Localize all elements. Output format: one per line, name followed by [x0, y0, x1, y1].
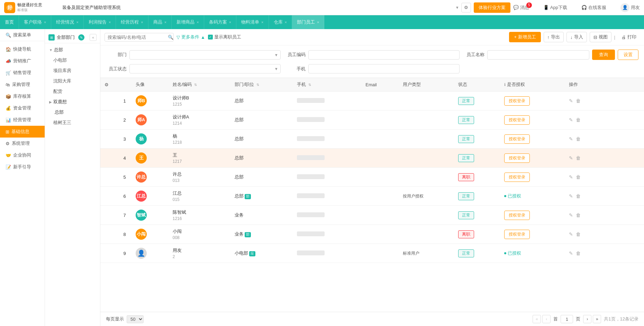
auth-login-btn[interactable]: 授权登录	[504, 153, 530, 163]
delete-btn[interactable]: 🗑	[576, 250, 581, 256]
sidebar-search-menu[interactable]: 🔍 搜索菜单	[0, 29, 45, 41]
dept-item-peihuo[interactable]: 配货	[45, 86, 100, 97]
export-btn[interactable]: ↑ 导出	[544, 32, 564, 42]
nav-tab-商品[interactable]: 商品×	[148, 15, 172, 29]
sidebar-item-marketing[interactable]: 📣 营销推广	[0, 55, 45, 67]
th-settings[interactable]: ⚙	[100, 78, 118, 91]
sidebar-item-system[interactable]: ⚙ 系统管理	[0, 138, 45, 149]
auth-login-btn[interactable]: 授权登录	[504, 230, 530, 239]
close-tab-icon[interactable]: ×	[164, 20, 166, 24]
auth-login-btn[interactable]: 授权登录	[504, 173, 530, 182]
search-input[interactable]	[108, 35, 166, 40]
dept-edit-icon[interactable]: ✎	[78, 34, 84, 41]
dept-group-zongbu[interactable]: ▼ 总部	[45, 45, 100, 55]
sort-icon-name[interactable]: ⇅	[194, 83, 197, 87]
settings-btn[interactable]: 设置	[618, 50, 638, 60]
delete-btn[interactable]: 🗑	[576, 231, 581, 237]
sidebar-item-quick-nav[interactable]: 🏠 快捷导航	[0, 43, 45, 55]
auth-login-btn[interactable]: 授权登录	[504, 96, 530, 106]
close-tab-icon[interactable]: ×	[285, 20, 287, 24]
auth-login-btn[interactable]: 授权登录	[504, 211, 530, 220]
print-btn[interactable]: 🖨 打印	[618, 32, 640, 42]
trial-button[interactable]: 体验行业方案	[474, 2, 510, 13]
view-btn[interactable]: ⊟ 视图	[590, 32, 611, 42]
dept-group-zongbu2[interactable]: 总部	[45, 107, 100, 117]
nav-tab-物料清单[interactable]: 物料清单×	[236, 15, 269, 29]
delete-btn[interactable]: 🗑	[576, 174, 581, 180]
filter-status-select[interactable]: ▾	[129, 64, 281, 73]
edit-btn[interactable]: ✎	[569, 136, 573, 142]
sidebar-item-capital[interactable]: 💰 资金管理	[0, 102, 45, 114]
edit-btn[interactable]: ✎	[569, 117, 573, 123]
last-page-btn[interactable]: »	[593, 315, 601, 323]
filter-empcode-input[interactable]	[308, 50, 460, 60]
sidebar-item-basic-info[interactable]: ⊞ 基础信息	[0, 126, 45, 138]
prev-page-btn[interactable]: ‹	[542, 315, 551, 323]
first-page-btn[interactable]: «	[533, 315, 541, 323]
gear-button[interactable]: ⚙	[461, 3, 471, 12]
close-tab-icon[interactable]: ×	[141, 20, 143, 24]
dept-group-shuanglu[interactable]: ▶ 双鹿想	[45, 97, 100, 107]
filter-phone-input[interactable]	[308, 64, 460, 73]
close-tab-icon[interactable]: ×	[261, 20, 263, 24]
nav-tab-经营情况[interactable]: 经营情况×	[51, 15, 83, 29]
close-tab-icon[interactable]: ×	[197, 20, 199, 24]
page-number-input[interactable]	[561, 315, 573, 323]
close-tab-icon[interactable]: ×	[317, 20, 319, 24]
edit-btn[interactable]: ✎	[569, 231, 573, 237]
delete-btn[interactable]: 🗑	[576, 212, 581, 218]
sidebar-item-sales[interactable]: 🛒 销售管理	[0, 67, 45, 79]
delete-btn[interactable]: 🗑	[576, 136, 581, 142]
user-avatar[interactable]: 👤 用友	[620, 3, 640, 12]
show-resigned-toggle[interactable]: ✓ 显示离职员工	[208, 34, 241, 40]
edit-btn[interactable]: ✎	[569, 155, 573, 161]
edit-btn[interactable]: ✎	[569, 250, 573, 256]
nav-tab-客户联络[interactable]: 客户联络×	[19, 15, 51, 29]
delete-btn[interactable]: 🗑	[576, 98, 581, 104]
delete-btn[interactable]: 🗑	[576, 193, 581, 199]
dept-item-shenyang[interactable]: 沈阳大库	[45, 76, 100, 86]
nav-tab-首页[interactable]: 首页	[0, 15, 19, 29]
sidebar-item-purchase[interactable]: 🛍 采购管理	[0, 79, 45, 90]
edit-btn[interactable]: ✎	[569, 212, 573, 218]
nav-tab-部门员工[interactable]: 部门员工×	[292, 15, 324, 29]
auth-login-btn[interactable]: 授权登录	[504, 134, 530, 144]
sort-icon-phone[interactable]: ⇅	[308, 83, 311, 87]
sidebar-collapse-btn[interactable]: «	[90, 34, 97, 41]
close-tab-icon[interactable]: ×	[229, 20, 231, 24]
page-size-select[interactable]: 50	[127, 315, 144, 323]
edit-btn[interactable]: ✎	[569, 174, 573, 180]
add-employee-btn[interactable]: + 新增员工	[509, 32, 541, 42]
filter-empname-input[interactable]	[487, 50, 589, 60]
nav-tab-经营历程[interactable]: 经营历程×	[116, 15, 148, 29]
nav-tab-新增商品[interactable]: 新增商品×	[172, 15, 204, 29]
nav-tab-条码方案[interactable]: 条码方案×	[204, 15, 236, 29]
filter-dept-select[interactable]: ▾	[129, 50, 281, 60]
more-filter-btn[interactable]: ▽ 更多条件 ▲	[176, 34, 205, 40]
edit-btn[interactable]: ✎	[569, 193, 573, 199]
auth-login-btn[interactable]: 授权登录	[504, 115, 530, 125]
sidebar-item-inventory[interactable]: 📦 库存核算	[0, 90, 45, 102]
search-input-wrap[interactable]: 🔍	[105, 33, 174, 42]
close-tab-icon[interactable]: ×	[44, 20, 46, 24]
next-page-btn[interactable]: ›	[583, 315, 591, 323]
dept-item-zhishu[interactable]: 植树王三	[45, 117, 100, 128]
import-btn[interactable]: ↓ 导入	[566, 32, 587, 42]
nav-tab-仓库[interactable]: 仓库×	[269, 15, 292, 29]
dept-item-xiaodian[interactable]: 小电部	[45, 55, 100, 65]
delete-btn[interactable]: 🗑	[576, 155, 581, 161]
sort-icon-dept[interactable]: ⇅	[256, 83, 259, 87]
delete-btn[interactable]: 🗑	[576, 117, 581, 123]
sidebar-item-operation[interactable]: 📊 经营管理	[0, 114, 45, 126]
sidebar-item-enterprise[interactable]: 🤝 企业协同	[0, 149, 45, 161]
close-tab-icon[interactable]: ×	[76, 20, 78, 24]
close-tab-icon[interactable]: ×	[109, 20, 111, 24]
sidebar-item-guide[interactable]: 📝 新手引导	[0, 161, 45, 173]
message-button[interactable]: 💬 消息 5	[513, 5, 529, 11]
edit-btn[interactable]: ✎	[569, 98, 573, 104]
online-service-button[interactable]: 🎧 在线客服	[581, 5, 606, 11]
search-btn[interactable]: 查询	[592, 50, 615, 60]
app-download-button[interactable]: 📱 App下载	[543, 5, 567, 11]
dept-item-project[interactable]: 项目库房	[45, 65, 100, 76]
nav-tab-利润报告[interactable]: 利润报告×	[84, 15, 116, 29]
